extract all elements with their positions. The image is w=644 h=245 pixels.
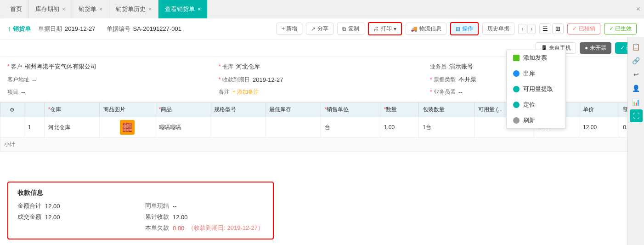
locate-label: 定位 (523, 101, 535, 109)
tab-view-sales[interactable]: 查看销货单 × (158, 0, 208, 18)
transaction-label: 成交金额 (17, 213, 41, 221)
col-quantity: *数量 (380, 103, 419, 117)
right-sidebar: 📋 🔗 ↩ 👤 📊 ⛶ (627, 37, 644, 245)
cancelled-badge[interactable]: ✓ 已核销 (567, 23, 600, 34)
sidebar-icon-expand[interactable]: ⛶ (630, 109, 643, 122)
toolbar-actions: + 新增 ↗ 分享 ⧉ 复制 🖨 打印 ▾ 🚚 物流信息 (277, 22, 637, 35)
share-button[interactable]: ↗ 分享 (306, 23, 333, 35)
date-label: 单据日期 (38, 25, 62, 33)
tab-close-history[interactable]: × (148, 6, 152, 12)
customer-value: 柳州粤港平安气体有限公司 (25, 63, 96, 71)
cell-warehouse: 河北仓库 (44, 117, 99, 138)
note-label: 备注 (219, 88, 230, 96)
salesperson2-value: -- (458, 89, 463, 96)
effective-badge[interactable]: ✓ 已生效 (604, 23, 637, 34)
grid-view-button[interactable]: ⊞ (552, 23, 564, 34)
cell-settings (0, 117, 24, 138)
col-warehouse: *仓库 (44, 103, 99, 117)
add-invoice-label: 添加发票 (523, 54, 547, 62)
unopened-button[interactable]: ● 未开票 (580, 42, 611, 54)
due-date-row: 收款到期日 2019-12-27 (219, 75, 425, 84)
tab-inventory-init[interactable]: 库存期初 × (29, 0, 72, 18)
tab-sales-history[interactable]: 销货单历史 × (109, 0, 158, 18)
salesperson-label: 业务员 (430, 63, 446, 71)
cell-quantity: 1.00 (380, 117, 419, 138)
settlement-label: 同单现结 (145, 202, 169, 210)
logistics-button[interactable]: 🚚 物流信息 (406, 23, 446, 35)
sidebar-icon-undo[interactable]: ↩ (630, 68, 643, 81)
tab-close-view[interactable]: × (198, 6, 201, 12)
note-row: 备注 + 添加备注 (219, 88, 425, 96)
customer-label: 客户 (7, 63, 22, 71)
operation-button[interactable]: ⊞ 操作 (450, 22, 479, 35)
document-header: ↑ 销货单 单据日期 2019-12-27 单据编号 SA-20191227-0… (0, 18, 644, 40)
copy-button[interactable]: ⧉ 复制 (337, 23, 364, 35)
share-icon: ↗ (311, 26, 316, 32)
cell-min-stock (266, 117, 321, 138)
doc-type-badge: ↑ 销货单 (7, 25, 31, 33)
tab-bar: 首页 库存期初 × 销货单 × 销货单历史 × 查看销货单 × × (0, 0, 644, 18)
cumulative-label: 累计收款 (145, 213, 169, 221)
tab-close-sales[interactable]: × (99, 6, 102, 12)
address-row: 客户地址 -- (7, 75, 214, 84)
salesperson2-label: 业务员孟 (430, 88, 456, 96)
balance-note: （收款到期日: 2019-12-27） (188, 224, 264, 232)
col-spec: 规格型号 (210, 103, 265, 117)
prev-button[interactable]: ‹ (518, 24, 526, 34)
col-product: *商品 (155, 103, 210, 117)
due-date-label: 收款到期日 (219, 76, 250, 84)
col-pack-qty: 包装数量 (419, 103, 474, 117)
operation-dropdown: 添加发票 出库 可用量提取 定位 刷新 (506, 50, 566, 129)
add-note-button[interactable]: + 添加备注 (232, 88, 259, 96)
sidebar-icon-link[interactable]: 🔗 (630, 54, 643, 67)
warehouse-label: 仓库 (219, 63, 233, 71)
sidebar-icon-copy[interactable]: 📋 (630, 40, 643, 53)
sidebar-icon-user[interactable]: 👤 (630, 82, 643, 95)
due-date-value: 2019-12-27 (253, 76, 283, 83)
ticket-type-label: 票据类型 (430, 76, 456, 84)
cell-rownum: 1 (24, 117, 44, 138)
outbound-label: 出库 (523, 69, 535, 78)
col-settings[interactable]: ⚙ (0, 103, 24, 117)
col-unit-price: 单价 (579, 103, 619, 117)
number-value: SA-20191227-001 (133, 25, 182, 32)
view-toggle: ☰ ⊞ (539, 23, 564, 34)
tab-sales-order[interactable]: 销货单 × (72, 0, 109, 18)
dropdown-item-add-invoice[interactable]: 添加发票 (507, 50, 565, 66)
customer-row: 客户 柳州粤港平安气体有限公司 (7, 63, 214, 71)
cell-unit-price: 12.00 (579, 117, 619, 138)
warehouse-row: 仓库 河北仓库 (219, 63, 425, 71)
operation-icon: ⊞ (456, 26, 460, 32)
ticket-type-value: 不开票 (458, 75, 476, 84)
copy-icon: ⧉ (342, 26, 346, 32)
col-min-stock: 最低库存 (266, 103, 321, 117)
next-button[interactable]: › (527, 24, 536, 34)
salesperson-value: 演示账号 (449, 63, 473, 71)
settlement-row: 同单现结 -- (145, 202, 264, 210)
print-icon: 🖨 (373, 26, 379, 32)
list-view-button[interactable]: ☰ (539, 23, 551, 34)
tab-home[interactable]: 首页 (4, 0, 29, 18)
window-close-button[interactable]: × (636, 5, 640, 13)
project-label: 项目 (7, 88, 18, 96)
cumulative-row: 累计收款 12.00 (145, 213, 264, 221)
cell-product-img: 🧱 (100, 117, 155, 138)
sidebar-icon-chart[interactable]: 📊 (630, 96, 643, 108)
refresh-icon (513, 117, 520, 124)
subtotal-row: 小计 (0, 138, 644, 152)
total-amount-row: 金额合计 12.00 (17, 202, 136, 210)
dropdown-item-outbound[interactable]: 出库 (507, 66, 565, 81)
outbound-icon (513, 70, 520, 77)
tab-close-inventory[interactable]: × (62, 6, 65, 12)
history-button[interactable]: 历史单据 (482, 23, 514, 35)
dropdown-item-refresh[interactable]: 刷新 (507, 113, 565, 128)
print-button[interactable]: 🖨 打印 ▾ (368, 22, 402, 35)
date-value: 2019-12-27 (65, 25, 96, 32)
new-button[interactable]: + 新增 (277, 23, 302, 35)
payment-info-box: 收款信息 金额合计 12.00 同单现结 -- 成交金额 12.00 (7, 182, 274, 239)
transaction-value: 12.00 (45, 214, 60, 221)
address-label: 客户地址 (7, 76, 29, 84)
locate-icon (513, 102, 520, 108)
dropdown-item-locate[interactable]: 定位 (507, 97, 565, 113)
dropdown-item-available-qty[interactable]: 可用量提取 (507, 81, 565, 97)
